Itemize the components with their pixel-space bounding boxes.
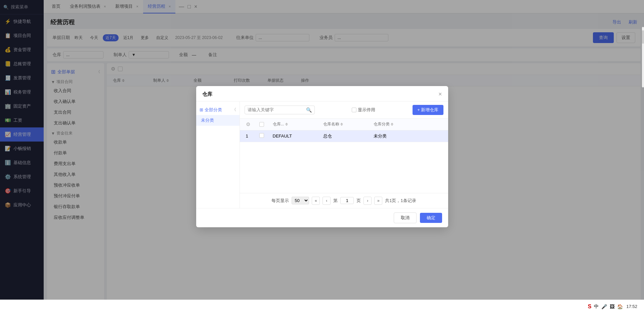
taskbar-time: 17:52: [626, 304, 637, 309]
confirm-button[interactable]: 确定: [420, 213, 442, 223]
modal-search-input[interactable]: [248, 107, 304, 112]
modal-search-box: 🔍: [245, 106, 315, 114]
taskbar: S 中 🎤 🖼 🏠 17:52: [0, 300, 644, 313]
modal-overlay: 仓库 × ⊞ 全部分类 《 未分类: [0, 0, 644, 313]
sort-icon-category: [391, 123, 393, 126]
modal-category-unclassified[interactable]: 未分类: [196, 115, 240, 126]
show-disabled-label: 显示停用: [358, 107, 375, 113]
modal-close-button[interactable]: ×: [438, 91, 442, 98]
modal-left-panel: ⊞ 全部分类 《 未分类: [196, 102, 240, 208]
show-disabled-toggle: 显示停用: [352, 107, 375, 113]
taskbar-icon-3[interactable]: 🎤: [601, 304, 607, 309]
th-gear: ⚙: [243, 119, 256, 130]
modal-left-header[interactable]: ⊞ 全部分类 《: [196, 105, 240, 115]
taskbar-icon-5[interactable]: 🏠: [617, 304, 623, 309]
grid-icon: ⊞: [200, 107, 203, 112]
modal-collapse-icon[interactable]: 《: [232, 107, 236, 113]
row-index: 1: [243, 131, 256, 141]
gear-icon[interactable]: ⚙: [246, 121, 250, 127]
th-warehouse-category: 仓库分类: [370, 119, 421, 130]
modal-title: 仓库: [202, 91, 212, 97]
modal-right-panel: 🔍 显示停用 + 新增仓库 ⚙: [240, 102, 448, 208]
row-name: 总仓: [320, 130, 370, 142]
modal-all-category-label: 全部分类: [205, 107, 222, 113]
modal-right-toolbar: 🔍 显示停用 + 新增仓库: [240, 102, 448, 119]
modal-select-all[interactable]: [259, 122, 264, 127]
show-disabled-checkbox[interactable]: [352, 108, 356, 112]
modal-footer: 取消 确定: [196, 208, 448, 227]
next-page-button[interactable]: ›: [363, 197, 372, 205]
row-checkbox[interactable]: [256, 130, 269, 142]
prev-page-button[interactable]: ‹: [323, 197, 331, 205]
modal-category-label: 未分类: [201, 118, 214, 123]
taskbar-icons: S 中 🎤 🖼 🏠: [588, 304, 623, 310]
page-suffix: 页: [356, 198, 361, 204]
per-page-label: 每页显示: [271, 198, 289, 204]
last-page-button[interactable]: »: [374, 197, 382, 205]
modal-page-input[interactable]: [340, 197, 354, 204]
search-icon: 🔍: [306, 107, 312, 113]
th-warehouse-code: 仓库...: [269, 119, 320, 130]
modal-table: ⚙ 仓库... 仓库名称: [240, 119, 448, 193]
th-warehouse-name: 仓库名称: [320, 119, 370, 130]
add-warehouse-button[interactable]: + 新增仓库: [413, 105, 443, 115]
first-page-button[interactable]: «: [312, 197, 320, 205]
row-code: DEFAULT: [269, 131, 320, 141]
page-label: 第: [333, 198, 338, 204]
warehouse-modal: 仓库 × ⊞ 全部分类 《 未分类: [196, 86, 448, 227]
modal-pagination: 每页显示 50 100 « ‹ 第 页 › » 共1页，1条记录: [240, 193, 448, 208]
row-category: 未分类: [370, 130, 421, 142]
row-check[interactable]: [259, 133, 264, 138]
modal-body: ⊞ 全部分类 《 未分类 🔍: [196, 102, 448, 208]
taskbar-icon-1[interactable]: S: [588, 304, 592, 310]
pagination-total: 共1页，1条记录: [385, 198, 416, 204]
sort-icon-name: [340, 123, 343, 126]
taskbar-icon-2[interactable]: 中: [594, 304, 599, 310]
taskbar-icon-4[interactable]: 🖼: [610, 304, 614, 309]
cancel-button[interactable]: 取消: [394, 212, 417, 223]
modal-header: 仓库 ×: [196, 86, 448, 102]
sort-icon-code: [285, 123, 288, 126]
table-row[interactable]: 1 DEFAULT 总仓 未分类: [240, 130, 448, 142]
modal-table-header: ⚙ 仓库... 仓库名称: [240, 119, 448, 130]
modal-per-page-select[interactable]: 50 100: [292, 197, 309, 204]
th-checkbox: [256, 119, 269, 129]
